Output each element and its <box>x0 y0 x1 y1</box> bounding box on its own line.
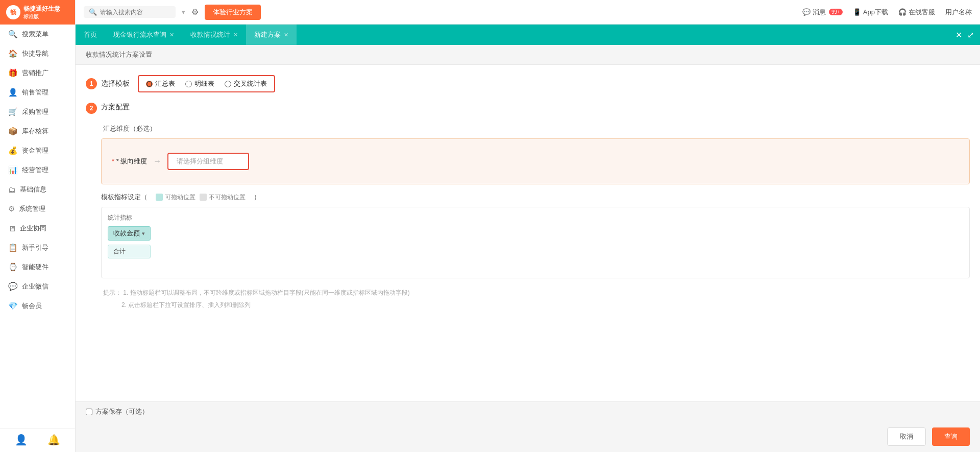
tab-new-plan[interactable]: 新建方案 ✕ <box>246 25 297 45</box>
smart-hardware-icon: ⌚ <box>8 263 18 272</box>
download-icon: 📱 <box>853 8 861 16</box>
template-options: 汇总表 明细表 交叉统计表 <box>138 75 275 92</box>
topbar-right: 💬 消息 99+ 📱 App下载 🎧 在线客服 用户名称 <box>802 8 972 17</box>
search-chevron-icon[interactable]: ▾ <box>182 8 185 16</box>
radio-summary[interactable] <box>146 81 153 87</box>
sidebar-item-search-menu[interactable]: 🔍 搜索菜单 <box>0 25 75 44</box>
tab-home[interactable]: 首页 <box>76 25 105 45</box>
avatar-icon: 👤 <box>15 434 28 446</box>
option-summary[interactable]: 汇总表 <box>146 79 175 88</box>
sidebar-item-purchase[interactable]: 🛒 采购管理 <box>0 102 75 122</box>
sidebar-label-enterprise-collab: 企业协同 <box>20 224 46 233</box>
tip2: 2. 点击标题栏下拉可设置排序、插入列和删除列 <box>103 299 970 311</box>
radio-detail[interactable] <box>185 81 192 87</box>
nondraggable-legend-box <box>200 194 207 201</box>
sidebar-label-marketing: 营销推广 <box>22 68 48 78</box>
sidebar-label-smart-hardware: 智能硬件 <box>22 263 48 272</box>
sidebar-item-quick-nav[interactable]: 🏠 快捷导航 <box>0 44 75 63</box>
notification-item[interactable]: 💬 消息 99+ <box>802 8 843 17</box>
sidebar-footer: 👤 🔔 <box>0 428 75 452</box>
sidebar-item-enterprise-wechat[interactable]: 💬 企业微信 <box>0 277 75 296</box>
finance-icon: 💰 <box>8 146 18 155</box>
tab-new-plan-close-icon[interactable]: ✕ <box>284 32 288 38</box>
sidebar: 畅 畅捷通好生意 标准版 🔍 搜索菜单 🏠 快捷导航 🎁 营销推广 👤 销售管理… <box>0 0 76 452</box>
section-title: 收款情况统计方案设置 <box>86 51 152 58</box>
service-item[interactable]: 🎧 在线客服 <box>898 8 935 17</box>
trial-button[interactable]: 体验行业方案 <box>205 5 261 20</box>
metric-tag-collection-amount[interactable]: 收款金额 ▾ <box>108 226 151 241</box>
tab-bank-flow-close-icon[interactable]: ✕ <box>169 32 174 38</box>
tab-collection-stats[interactable]: 收款情况统计 ✕ <box>182 25 246 45</box>
page-content: 收款情况统计方案设置 1 选择模板 汇总表 明细表 <box>76 45 980 452</box>
metric-tag-chevron-icon: ▾ <box>142 230 145 237</box>
expand-window-icon[interactable]: ⤢ <box>967 30 974 40</box>
logo-line1: 畅捷通好生意 <box>23 5 60 13</box>
tab-new-plan-label: 新建方案 <box>254 30 281 39</box>
metrics-tags: 收款金额 ▾ 合计 <box>108 226 151 258</box>
metrics-legend: 可拖动位置 不可拖动位置 <box>156 193 246 202</box>
sidebar-label-inventory: 库存核算 <box>22 127 48 136</box>
marketing-icon: 🎁 <box>8 68 18 78</box>
notification-label: 消息 <box>813 8 826 17</box>
sidebar-item-inventory[interactable]: 📦 库存核算 <box>0 122 75 141</box>
tab-bank-flow[interactable]: 现金银行流水查询 ✕ <box>105 25 182 45</box>
option-cross[interactable]: 交叉统计表 <box>225 79 267 88</box>
sidebar-item-sys-mgmt[interactable]: ⚙ 系统管理 <box>0 199 75 219</box>
notification-icon: 🔔 <box>47 434 60 446</box>
tabbar: 首页 现金银行流水查询 ✕ 收款情况统计 ✕ 新建方案 ✕ ✕ ⤢ <box>76 25 980 45</box>
required-star: * <box>112 157 116 165</box>
close-window-icon[interactable]: ✕ <box>955 30 962 40</box>
main-content: 🔍 ▾ ⚙ 体验行业方案 💬 消息 99+ 📱 App下载 🎧 在线客服 用户名… <box>76 0 980 452</box>
section-header: 收款情况统计方案设置 <box>76 45 980 65</box>
save-option-label[interactable]: 方案保存（可选） <box>95 407 149 416</box>
sidebar-item-enterprise-collab[interactable]: 🖥 企业协同 <box>0 219 75 238</box>
sidebar-footer-notification[interactable]: 🔔 <box>47 434 60 447</box>
dimension-select[interactable]: 请选择分组维度 <box>167 153 249 170</box>
download-item[interactable]: 📱 App下载 <box>853 8 888 17</box>
save-checkbox[interactable] <box>86 409 92 415</box>
sidebar-label-base-info: 基础信息 <box>20 185 46 194</box>
action-buttons: 取消 查询 <box>76 421 980 452</box>
sidebar-label-membership: 畅会员 <box>22 301 42 311</box>
query-button[interactable]: 查询 <box>932 427 970 446</box>
metrics-header: 模板指标设定（ 可拖动位置 不可拖动位置 ） <box>101 193 970 202</box>
radio-cross[interactable] <box>225 81 231 87</box>
sidebar-label-sales: 销售管理 <box>22 88 48 97</box>
message-icon: 💬 <box>802 8 811 16</box>
sidebar-item-smart-hardware[interactable]: ⌚ 智能硬件 <box>0 257 75 277</box>
base-info-icon: 🗂 <box>8 185 16 194</box>
tab-collection-stats-close-icon[interactable]: ✕ <box>233 32 238 38</box>
form-footer: 方案保存（可选） 取消 查询 <box>76 401 980 452</box>
user-item[interactable]: 用户名称 <box>945 8 972 17</box>
dimension-title: 汇总维度（必选） <box>101 124 970 133</box>
sidebar-item-operations[interactable]: 📊 经营管理 <box>0 160 75 180</box>
option-detail[interactable]: 明细表 <box>185 79 214 88</box>
sidebar-item-newbie[interactable]: 📋 新手引导 <box>0 238 75 257</box>
search-input[interactable] <box>100 9 161 16</box>
quick-nav-icon: 🏠 <box>8 49 18 58</box>
dimension-label: * * 纵向维度 <box>112 157 147 166</box>
sidebar-item-marketing[interactable]: 🎁 营销推广 <box>0 63 75 83</box>
metrics-title-suffix: ） <box>254 193 260 202</box>
save-option-row: 方案保存（可选） <box>76 402 980 421</box>
metrics-section: 模板指标设定（ 可拖动位置 不可拖动位置 ） 统计指标 <box>101 193 970 278</box>
settings-gear-icon[interactable]: ⚙ <box>191 7 199 17</box>
metrics-container: 统计指标 收款金额 ▾ 合计 <box>101 207 970 278</box>
sidebar-item-base-info[interactable]: 🗂 基础信息 <box>0 180 75 199</box>
user-name: 用户名称 <box>945 8 972 17</box>
inventory-icon: 📦 <box>8 127 18 136</box>
sidebar-footer-avatar[interactable]: 👤 <box>15 434 28 447</box>
sidebar-label-operations: 经营管理 <box>22 165 48 175</box>
metrics-group-label: 统计指标 <box>108 213 963 222</box>
sidebar-item-finance[interactable]: 💰 资金管理 <box>0 141 75 160</box>
tip1: 1. 拖动标题栏可以调整布局，不可跨维度或指标区域拖动栏目字段(只能在同一维度或… <box>123 289 409 296</box>
search-box[interactable]: 🔍 <box>84 6 176 18</box>
form-container: 1 选择模板 汇总表 明细表 交叉统计表 <box>76 65 980 401</box>
enterprise-wechat-icon: 💬 <box>8 282 18 291</box>
cancel-button[interactable]: 取消 <box>887 427 926 446</box>
sidebar-item-membership[interactable]: 💎 畅会员 <box>0 296 75 316</box>
sidebar-item-sales[interactable]: 👤 销售管理 <box>0 83 75 102</box>
sidebar-label-sys-mgmt: 系统管理 <box>19 204 45 213</box>
step2-row: 2 方案配置 <box>86 103 970 114</box>
sys-mgmt-icon: ⚙ <box>8 204 15 213</box>
